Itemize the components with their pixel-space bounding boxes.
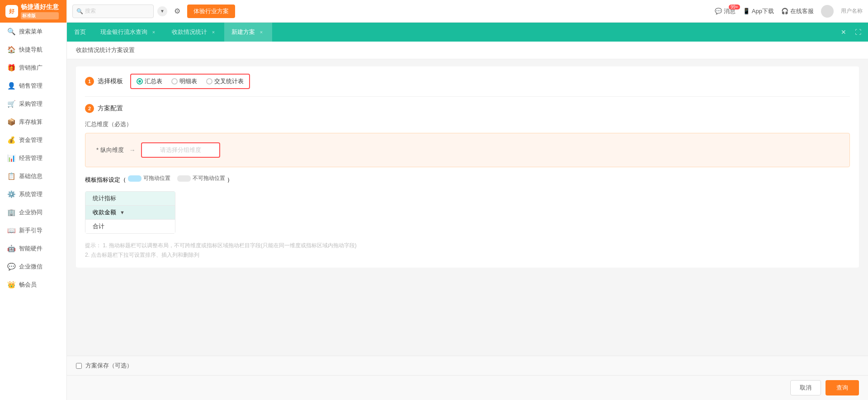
sidebar-item-basic-info[interactable]: 📋 基础信息 bbox=[0, 167, 66, 185]
notification-btn[interactable]: 💬 消息 99+ bbox=[715, 7, 736, 15]
group-dimension-placeholder: 请选择分组维度 bbox=[160, 146, 201, 153]
sidebar-item-finance[interactable]: 💰 资金管理 bbox=[0, 131, 66, 149]
basic-info-icon: 📋 bbox=[7, 172, 15, 180]
close-window-btn[interactable]: ✕ bbox=[837, 26, 850, 38]
quick-nav-icon: 🏠 bbox=[7, 46, 15, 54]
tips-area: 提示： 1. 拖动标题栏可以调整布局，不可跨维度或指标区域拖动栏目字段(只能在同… bbox=[85, 241, 850, 260]
online-service-label: 在线客服 bbox=[790, 7, 814, 15]
radio-summary[interactable]: 汇总表 bbox=[137, 77, 162, 85]
tip-2: 2. 点击标题栏下拉可设置排序、插入列和删除列 bbox=[85, 250, 850, 260]
dimension-area: * 纵向维度 → 请选择分组维度 bbox=[85, 133, 850, 167]
indicator-label-suffix: ） bbox=[227, 176, 233, 183]
smart-hw-icon: 🤖 bbox=[7, 245, 15, 253]
sidebar-item-label: 新手引导 bbox=[19, 226, 42, 235]
tabbar: 首页 现金银行流水查询 × 收款情况统计 × 新建方案 × ✕ ⛶ bbox=[67, 23, 868, 42]
search-icon: 🔍 bbox=[76, 8, 83, 14]
logo-badge: 标准版 bbox=[21, 12, 59, 19]
tab-new-plan-label: 新建方案 bbox=[231, 28, 255, 36]
radio-cross-label: 交叉统计表 bbox=[214, 77, 244, 85]
step2-row: 2 方案配置 bbox=[85, 104, 850, 113]
radio-detail-circle bbox=[171, 78, 178, 85]
sidebar-item-sales[interactable]: 👤 销售管理 bbox=[0, 77, 66, 95]
save-checkbox[interactable] bbox=[76, 363, 82, 369]
sidebar-item-label: 企业协同 bbox=[19, 208, 42, 216]
industry-btn[interactable]: 体验行业方案 bbox=[187, 5, 235, 18]
sidebar-item-search-menu[interactable]: 🔍 搜索菜单 bbox=[0, 23, 66, 41]
search-box[interactable]: 🔍 搜索 bbox=[72, 5, 154, 18]
save-label: 方案保存（可选） bbox=[85, 362, 132, 370]
tab-collection-stat-close[interactable]: × bbox=[210, 28, 217, 36]
sidebar-logo: 好 畅捷通好生意 标准版 bbox=[0, 0, 66, 23]
online-service-btn[interactable]: 🎧 在线客服 bbox=[781, 7, 814, 15]
tab-bank-flow[interactable]: 现金银行流水查询 × bbox=[93, 23, 165, 42]
indicator-total-row: 合计 bbox=[85, 220, 175, 233]
cancel-button[interactable]: 取消 bbox=[790, 380, 821, 395]
topbar-dropdown-btn[interactable]: ▼ bbox=[157, 6, 167, 16]
sidebar-item-inventory[interactable]: 📦 库存核算 bbox=[0, 113, 66, 131]
sidebar-item-newbie[interactable]: 📖 新手引导 bbox=[0, 221, 66, 240]
indicator-row-amount: 收款金额 ▼ bbox=[85, 206, 175, 220]
toggle-draggable-icon bbox=[128, 175, 142, 182]
sidebar-item-quick-nav[interactable]: 🏠 快捷导航 bbox=[0, 41, 66, 59]
logo-icon: 好 bbox=[5, 5, 18, 18]
sidebar-item-marketing[interactable]: 🎁 营销推广 bbox=[0, 59, 66, 77]
app-download-icon: 📱 bbox=[743, 8, 750, 14]
breadcrumb-text: 收款情况统计方案设置 bbox=[76, 47, 135, 53]
radio-detail[interactable]: 明细表 bbox=[171, 77, 197, 85]
tab-home[interactable]: 首页 bbox=[67, 23, 93, 42]
step1-title: 选择模板 bbox=[98, 77, 123, 85]
settings-icon[interactable]: ⚙ bbox=[171, 5, 184, 18]
tab-collection-stat[interactable]: 收款情况统计 × bbox=[165, 23, 224, 42]
plan-settings-card: 1 选择模板 汇总表 明细表 bbox=[76, 66, 859, 268]
sidebar-item-smart-hw[interactable]: 🤖 智能硬件 bbox=[0, 240, 66, 258]
service-icon: 🎧 bbox=[781, 8, 788, 14]
content-body: 1 选择模板 汇总表 明细表 bbox=[67, 59, 868, 356]
legend-fixed-box: 不可拖动位置 bbox=[177, 174, 225, 182]
toggle-fixed-icon bbox=[177, 175, 191, 182]
tab-bank-flow-label: 现金银行流水查询 bbox=[100, 28, 147, 36]
search-menu-icon: 🔍 bbox=[7, 28, 15, 36]
sidebar-item-operations[interactable]: 📊 经营管理 bbox=[0, 149, 66, 167]
sidebar-item-label: 基础信息 bbox=[19, 172, 42, 180]
indicator-total-label: 合计 bbox=[93, 223, 104, 230]
divider bbox=[85, 96, 850, 97]
app-download-btn[interactable]: 📱 App下载 bbox=[743, 7, 774, 15]
radio-cross[interactable]: 交叉统计表 bbox=[206, 77, 244, 85]
indicator-row-amount-label: 收款金额 bbox=[93, 208, 116, 216]
vertical-dim-label: * 纵向维度 bbox=[96, 146, 124, 154]
main-area: 🔍 搜索 ▼ ⚙ 体验行业方案 💬 消息 99+ 📱 App下载 🎧 在线客服 … bbox=[67, 0, 868, 400]
sales-icon: 👤 bbox=[7, 82, 15, 90]
sidebar-item-system[interactable]: ⚙️ 系统管理 bbox=[0, 185, 66, 203]
radio-cross-circle bbox=[206, 78, 212, 85]
sidebar-item-enterprise[interactable]: 🏢 企业协同 bbox=[0, 203, 66, 221]
query-button[interactable]: 查询 bbox=[826, 380, 859, 395]
indicator-header-label: 统计指标 bbox=[93, 195, 116, 202]
legend-fixed-label: 不可拖动位置 bbox=[193, 174, 225, 182]
legend-draggable-box: 可拖动位置 bbox=[128, 174, 170, 182]
dim-arrow-icon: → bbox=[129, 146, 136, 154]
tab-new-plan[interactable]: 新建方案 × bbox=[224, 23, 272, 42]
user-avatar[interactable] bbox=[821, 5, 834, 18]
maximize-window-btn[interactable]: ⛶ bbox=[852, 26, 864, 38]
operations-icon: 📊 bbox=[7, 154, 15, 162]
indicator-table-header: 统计指标 bbox=[85, 192, 175, 206]
sidebar: 好 畅捷通好生意 标准版 🔍 搜索菜单 🏠 快捷导航 🎁 营销推广 👤 销售管理… bbox=[0, 0, 67, 400]
radio-summary-circle bbox=[137, 78, 143, 85]
indicator-label-prefix: 模板指标设定（ bbox=[85, 176, 126, 183]
member-icon: 👑 bbox=[7, 281, 15, 289]
group-dimension-select[interactable]: 请选择分组维度 bbox=[141, 142, 220, 158]
notification-icon: 💬 bbox=[715, 8, 722, 14]
finance-icon: 💰 bbox=[7, 136, 15, 144]
wechat-icon: 💬 bbox=[7, 263, 15, 271]
sidebar-item-member[interactable]: 👑 畅会员 bbox=[0, 276, 66, 294]
tab-new-plan-close[interactable]: × bbox=[258, 28, 265, 36]
chevron-down-icon[interactable]: ▼ bbox=[120, 210, 125, 215]
tab-home-label: 首页 bbox=[74, 28, 86, 36]
dimension-label: 汇总维度（必选） bbox=[85, 120, 850, 128]
indicator-table: 统计指标 收款金额 ▼ 合计 bbox=[85, 191, 175, 234]
indicator-setting-label-row: 模板指标设定（ 可拖动位置 不可拖动位置 ） bbox=[85, 174, 850, 184]
sidebar-item-wechat[interactable]: 💬 企业微信 bbox=[0, 258, 66, 276]
sidebar-item-purchase[interactable]: 🛒 采购管理 bbox=[0, 95, 66, 113]
step2-title: 方案配置 bbox=[98, 104, 123, 113]
tab-bank-flow-close[interactable]: × bbox=[150, 28, 157, 36]
